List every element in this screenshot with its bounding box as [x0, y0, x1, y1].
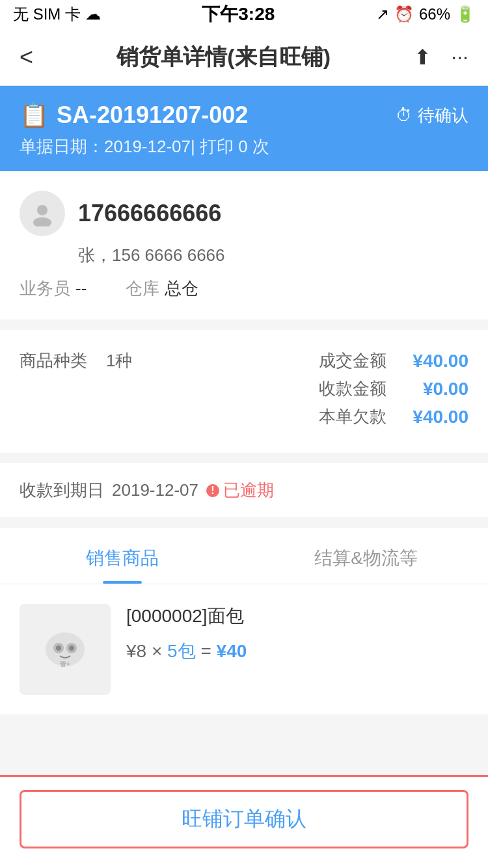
warehouse-item: 仓库 总仓: [126, 277, 198, 300]
tab-products-label: 销售商品: [86, 548, 159, 568]
warehouse-label: 仓库: [126, 277, 159, 300]
tab-products[interactable]: 销售商品: [0, 528, 244, 584]
battery-text: 66%: [419, 5, 450, 23]
summary-right: 成交金额 ¥40.00 收款金额 ¥0.00 本单欠款 ¥40.00: [319, 349, 468, 433]
order-id: 📋 SA-20191207-002: [20, 102, 248, 129]
overdue-icon: !: [206, 484, 219, 497]
status-bar: 无 SIM 卡 ☁ 下午3:28 ↗ ⏰ 66% 🔋: [0, 0, 488, 29]
customer-section: 17666666666 张，156 6666 6666 业务员 -- 仓库 总仓: [0, 171, 488, 319]
nav-bar: < 销货单详情(来自旺铺) ⬆ ···: [0, 29, 488, 86]
overdue-text: 已逾期: [223, 479, 274, 502]
customer-meta: 业务员 -- 仓库 总仓: [20, 277, 468, 300]
more-icon[interactable]: ···: [451, 45, 468, 69]
svg-point-1: [33, 217, 51, 226]
tab-settlement-label: 结算&物流等: [314, 548, 418, 568]
customer-row: 17666666666: [20, 191, 468, 236]
amount-label-2: 本单欠款: [319, 405, 386, 428]
no-sim-text: 无 SIM 卡 ☁: [13, 4, 101, 25]
order-id-row: 📋 SA-20191207-002 ⏱ 待确认: [20, 102, 468, 129]
date-value: 2019-12-07: [104, 137, 191, 156]
status-right: ↗ ⏰ 66% 🔋: [376, 5, 475, 23]
clock-icon: ⏱: [396, 105, 413, 126]
price-base: ¥8 ×: [126, 641, 167, 661]
svg-text:管+: 管+: [60, 660, 70, 668]
location-icon: ↗: [376, 5, 389, 23]
summary-section: 商品种类 1种 成交金额 ¥40.00 收款金额 ¥0.00 本单欠款 ¥40.…: [0, 330, 488, 453]
svg-point-0: [37, 205, 47, 215]
date-label: 单据日期：: [20, 137, 104, 156]
battery-icon: 🔋: [455, 5, 475, 23]
customer-phone: 17666666666: [78, 200, 221, 227]
amount-label-0: 成交金额: [319, 349, 386, 372]
amount-value-1: ¥0.00: [423, 379, 468, 400]
product-type-label: 商品种类: [20, 351, 87, 370]
print-info: | 打印 0 次: [191, 137, 269, 156]
order-id-icon: 📋: [20, 102, 49, 129]
tab-settlement[interactable]: 结算&物流等: [244, 528, 488, 584]
price-equals: =: [196, 641, 217, 661]
product-section: 管+ [0000002]面包 ¥8 × 5包 = ¥40: [0, 584, 488, 714]
product-name: [0000002]面包: [126, 604, 468, 629]
due-date-value: 2019-12-07: [112, 480, 198, 500]
nav-actions: ⬆ ···: [414, 45, 468, 70]
svg-point-5: [56, 645, 61, 651]
price-total: ¥40: [217, 641, 247, 661]
confirm-order-button[interactable]: 旺铺订单确认: [20, 790, 468, 848]
avatar: [20, 191, 65, 236]
share-icon[interactable]: ⬆: [414, 45, 431, 70]
order-status: ⏱ 待确认: [396, 104, 468, 127]
price-quantity: 5包: [167, 641, 196, 661]
order-id-text: SA-20191207-002: [57, 102, 248, 129]
warehouse-value: 总仓: [165, 277, 198, 300]
amount-row-0: 成交金额 ¥40.00: [319, 349, 468, 372]
order-status-text: 待确认: [418, 104, 468, 127]
back-button[interactable]: <: [20, 44, 33, 71]
salesperson-label: 业务员: [20, 277, 70, 300]
amount-value-0: ¥40.00: [413, 351, 468, 372]
amount-row-2: 本单欠款 ¥40.00: [319, 405, 468, 428]
order-header: 📋 SA-20191207-002 ⏱ 待确认 单据日期：2019-12-07|…: [0, 86, 488, 171]
amount-label-1: 收款金额: [319, 377, 386, 400]
summary-left: 商品种类 1种: [20, 349, 132, 375]
product-price: ¥8 × 5包 = ¥40: [126, 639, 468, 664]
svg-point-6: [69, 645, 74, 651]
status-left: 无 SIM 卡 ☁: [13, 4, 101, 25]
amount-value-2: ¥40.00: [413, 407, 468, 427]
bottom-area: 旺铺订单确认: [0, 775, 488, 868]
alarm-icon: ⏰: [394, 5, 414, 23]
product-type-item: 商品种类 1种: [20, 349, 132, 372]
tabs-bar: 销售商品 结算&物流等: [0, 528, 488, 584]
page-title: 销货单详情(来自旺铺): [116, 42, 331, 72]
overdue-badge: ! 已逾期: [206, 479, 274, 502]
customer-name: 张，156 6666 6666: [20, 244, 468, 267]
product-info: [0000002]面包 ¥8 × 5包 = ¥40: [126, 604, 468, 664]
due-date-section: 收款到期日 2019-12-07 ! 已逾期: [0, 463, 488, 517]
salesperson-item: 业务员 --: [20, 277, 87, 300]
status-time: 下午3:28: [202, 2, 275, 27]
order-date: 单据日期：2019-12-07| 打印 0 次: [20, 135, 468, 158]
amount-row-1: 收款金额 ¥0.00: [319, 377, 468, 400]
product-image: 管+: [20, 604, 111, 695]
due-date-label: 收款到期日: [20, 479, 104, 502]
salesperson-value: --: [75, 278, 87, 299]
product-type-value: 1种: [106, 351, 132, 370]
